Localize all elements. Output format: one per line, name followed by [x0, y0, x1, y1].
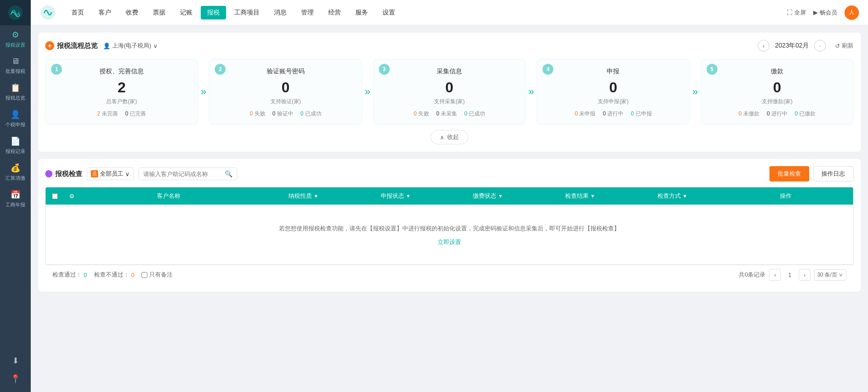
nav-fees[interactable]: 收费	[119, 6, 145, 19]
step-3-stat-0: 0 失败	[414, 110, 429, 118]
nav-accounting[interactable]: 记账	[174, 6, 199, 19]
nav-home[interactable]: 首页	[65, 6, 90, 19]
sidebar-item-tax-record[interactable]: 📄 报税记录	[0, 132, 31, 158]
filter-icon-1[interactable]: ▼	[314, 193, 319, 199]
filter-icon-4[interactable]: ▼	[590, 193, 595, 199]
month-nav: ‹ 2023年02月 ›	[758, 40, 826, 52]
step-1-count: 2	[53, 79, 190, 96]
step-1-card: 1 授权、完善信息 2 总客户数(家) 2 未完善 0 已完善	[45, 59, 198, 124]
nav-operations[interactable]: 经营	[322, 6, 347, 19]
step-3-stats: 0 失败 0 未采集 0 已成功	[381, 110, 518, 118]
vip-button[interactable]: ▶ 畅会员	[813, 9, 837, 17]
nav-services[interactable]: 服务	[349, 6, 374, 19]
sidebar-item-batch-tax[interactable]: 🖥 批量报税	[0, 52, 31, 78]
step-3-count: 0	[381, 79, 518, 96]
location-tag[interactable]: 👤 上海(电子税局) ∨	[103, 42, 158, 50]
step-2-title: 验证账号密码	[217, 67, 354, 76]
overview-panel: + 报税流程总览 👤 上海(电子税局) ∨ ‹ 2023年02月 › ↺ 刷新	[38, 33, 861, 152]
step-5-num: 5	[707, 64, 717, 75]
step-4-stat-2: 0 已申报	[631, 110, 651, 118]
th-tax-nature: 纳税性质 ▼	[257, 187, 349, 205]
step-1-stat-0: 2 未完善	[97, 110, 118, 118]
search-button[interactable]: 🔍	[220, 168, 237, 180]
step-1-title: 授权、完善信息	[53, 67, 190, 76]
employee-chevron-icon: ∨	[125, 171, 130, 177]
nav-business[interactable]: 工商项目	[228, 6, 266, 19]
filter-icon-2[interactable]: ▼	[406, 193, 411, 199]
fail-value[interactable]: 0	[131, 272, 134, 278]
collapse-up-icon: ∧	[440, 134, 444, 141]
arrow-3: »	[526, 86, 537, 98]
sidebar-item-settlement[interactable]: 💰 汇算清缴	[0, 158, 31, 185]
filter-icon-5[interactable]: ▼	[683, 193, 688, 199]
annual-report-icon: 📅	[10, 190, 20, 200]
next-page-button[interactable]: ›	[799, 269, 811, 281]
note-checkbox[interactable]	[142, 272, 147, 278]
step-3-stat-1: 0 未采集	[436, 110, 457, 118]
batch-check-button[interactable]: 批量检查	[769, 166, 809, 182]
step-5-stat-0: 0 未缴款	[739, 110, 760, 118]
sidebar-item-annual-report[interactable]: 📅 工商年报	[0, 185, 31, 212]
footer-right: 共0条记录 ‹ 1 › 30 条/页 ∨	[739, 269, 846, 281]
step-4-count: 0	[544, 79, 682, 96]
employee-select[interactable]: 员 全部员工 ∨	[87, 167, 134, 180]
step-5-stat-2: 0 已缴款	[795, 110, 816, 118]
th-action: 操作	[718, 187, 853, 205]
plus-icon: +	[45, 41, 54, 50]
table-footer: 检查通过： 0 检查不通过： 0 只有备注 共0条记录 ‹ 1	[45, 265, 854, 284]
next-month-button[interactable]: ›	[814, 40, 826, 52]
step-3-card: 3 采集信息 0 支持采集(家) 0 失败 0 未采集	[373, 59, 526, 124]
sidebar-item-download[interactable]: ⬇	[0, 351, 31, 369]
operation-log-button[interactable]: 操作日志	[813, 166, 854, 182]
refresh-button[interactable]: ↺ 刷新	[835, 42, 854, 50]
topnav-right: ⛶ 全屏 ▶ 畅会员 人	[787, 5, 859, 20]
step-2-stat-0: 0 失败	[250, 110, 265, 118]
select-all-checkbox[interactable]	[52, 193, 58, 199]
nav-tax[interactable]: 报税	[201, 6, 226, 19]
steps-row: 1 授权、完善信息 2 总客户数(家) 2 未完善 0 已完善	[45, 59, 854, 124]
fullscreen-icon: ⛶	[787, 9, 793, 16]
filter-icon-3[interactable]: ▼	[498, 193, 503, 199]
sidebar-item-personal-report[interactable]: 👤 个税申报	[0, 105, 31, 132]
check-title: 报税检查	[45, 170, 82, 178]
nav-invoices[interactable]: 票据	[146, 6, 172, 19]
th-report-status: 申报状态 ▼	[349, 187, 442, 205]
per-page-select[interactable]: 30 条/页 ∨	[814, 269, 846, 281]
topnav: 首页 客户 收费 票据 记账 报税 工商项目 消息 管理 经营 服务 设置 ⛶ …	[31, 0, 868, 25]
search-input[interactable]	[139, 168, 220, 180]
arrow-4: »	[690, 86, 701, 98]
sidebar-item-tax-overview[interactable]: 📋 报税总览	[0, 78, 31, 105]
th-check-method: 检查方式 ▼	[626, 187, 718, 205]
step-2-count: 0	[217, 79, 354, 96]
nav-clients[interactable]: 客户	[92, 6, 118, 19]
main-area: 首页 客户 收费 票据 记账 报税 工商项目 消息 管理 经营 服务 设置 ⛶ …	[31, 0, 868, 392]
fullscreen-button[interactable]: ⛶ 全屏	[787, 9, 806, 17]
nav-settings[interactable]: 设置	[376, 6, 401, 19]
step-4-stats: 0 未申报 0 进行中 0 已申报	[544, 110, 682, 118]
nav-messages[interactable]: 消息	[268, 6, 293, 19]
collapse-button[interactable]: ∧ 收起	[430, 130, 468, 144]
nav-management[interactable]: 管理	[295, 6, 320, 19]
setup-link[interactable]: 立即设置	[438, 238, 461, 246]
th-check-result: 检查结果 ▼	[534, 187, 626, 205]
prev-page-button[interactable]: ‹	[769, 269, 781, 281]
step-4-card: 4 申报 0 支持申报(家) 0 未申报 0 进行中	[537, 59, 689, 124]
th-checkbox[interactable]	[46, 189, 64, 204]
step-3-title: 采集信息	[381, 67, 518, 76]
pass-value[interactable]: 0	[84, 272, 87, 278]
tax-settings-icon: ⚙	[12, 30, 19, 40]
user-avatar[interactable]: 人	[844, 5, 859, 20]
th-gear[interactable]: ⚙	[64, 188, 80, 204]
page-number: 1	[784, 272, 795, 278]
prev-month-button[interactable]: ‹	[758, 40, 769, 52]
sidebar-item-location[interactable]: 📍	[0, 369, 31, 387]
step-4-title: 申报	[544, 67, 682, 76]
empty-message: 若您想使用报税检查功能，请先在【报税设置】中进行报税的初始化设置，完成密码验证和…	[279, 223, 620, 234]
check-circle-icon	[45, 170, 52, 177]
sidebar-item-tax-settings[interactable]: ⚙ 报税设置	[0, 25, 31, 52]
month-display: 2023年02月	[775, 42, 809, 50]
check-table: ⚙ 客户名称 纳税性质 ▼ 申报状态 ▼ 缴费状态 ▼	[45, 187, 854, 265]
table-body-scroll: 若您想使用报税检查功能，请先在【报税设置】中进行报税的初始化设置，完成密码验证和…	[46, 205, 853, 264]
step-5-stats: 0 未缴款 0 进行中 0 已缴款	[708, 110, 846, 118]
topnav-menu: 首页 客户 收费 票据 记账 报税 工商项目 消息 管理 经营 服务 设置	[65, 6, 787, 19]
